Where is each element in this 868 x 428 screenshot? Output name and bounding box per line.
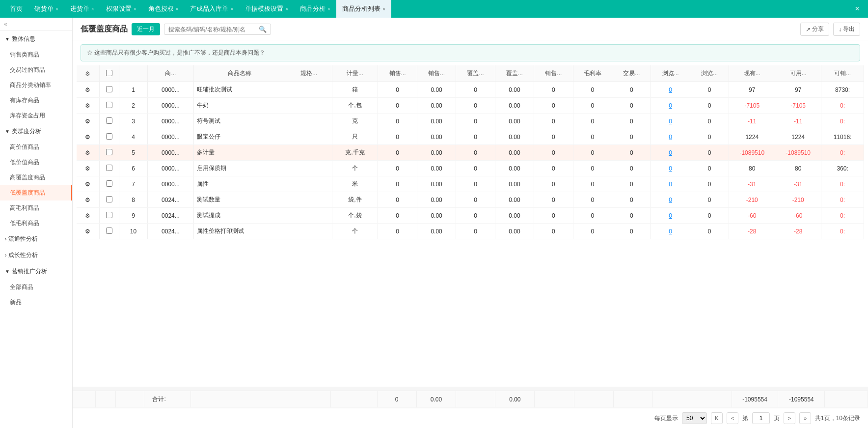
settings-icon[interactable]: ⚙ (85, 86, 90, 93)
close-icon[interactable]: × (91, 6, 94, 12)
row-browse-a[interactable]: 0 (651, 161, 690, 176)
row-select-checkbox[interactable] (106, 117, 112, 124)
sales-qty-column-header[interactable]: 销售... (378, 65, 417, 82)
close-icon[interactable]: × (327, 6, 330, 12)
row-browse-a[interactable]: 0 (651, 98, 690, 114)
settings-icon[interactable]: ⚙ (85, 165, 90, 172)
browse-a-column-header[interactable]: 浏览... (651, 65, 690, 82)
row-settings[interactable]: ⚙ (77, 145, 99, 161)
nav-product-stock[interactable]: 产成品入库单 × (184, 0, 239, 18)
row-select-checkbox[interactable] (106, 212, 112, 218)
row-settings[interactable]: ⚙ (77, 192, 99, 208)
search-icon[interactable]: 🔍 (259, 26, 267, 33)
row-checkbox[interactable] (99, 224, 119, 239)
filter-recent-month-button[interactable]: 近一月 (132, 23, 160, 35)
search-input[interactable] (168, 26, 257, 33)
export-button[interactable]: ↓ 导出 (833, 23, 860, 36)
row-checkbox[interactable] (99, 98, 119, 114)
nav-product-analysis-list[interactable]: 商品分析列表 × (336, 0, 391, 18)
page-number-input[interactable] (752, 412, 770, 424)
close-icon[interactable]: × (230, 6, 233, 12)
per-page-select[interactable]: 50 100 (682, 412, 707, 424)
row-select-checkbox[interactable] (106, 86, 112, 92)
sidebar-item-low-margin[interactable]: 低毛利商品 (0, 216, 72, 231)
sidebar-item-traded-goods[interactable]: 交易过的商品 (0, 62, 72, 78)
row-browse-a[interactable]: 0 (651, 176, 690, 192)
close-icon[interactable]: × (382, 6, 385, 12)
row-select-checkbox[interactable] (106, 196, 112, 202)
row-checkbox[interactable] (99, 208, 119, 224)
sidebar-item-low-coverage[interactable]: 低覆盖度商品 (0, 185, 72, 200)
sidebar-item-high-margin[interactable]: 高毛利商品 (0, 200, 72, 216)
row-checkbox[interactable] (99, 192, 119, 208)
sidebar-item-stock-capital[interactable]: 库存资金占用 (0, 108, 72, 123)
row-browse-a[interactable]: 0 (651, 224, 690, 239)
row-browse-a[interactable]: 0 (651, 192, 690, 208)
sales-amt-column-header[interactable]: 销售... (417, 65, 456, 82)
trade-count-column-header[interactable]: 交易... (612, 65, 651, 82)
sidebar-section-growth[interactable]: › 成长性分析 (0, 247, 72, 263)
sidebar-item-all-goods[interactable]: 全部商品 (0, 280, 72, 295)
row-checkbox[interactable] (99, 145, 119, 161)
gross-rate-column-header[interactable]: 毛利率 (573, 65, 612, 82)
row-settings[interactable]: ⚙ (77, 98, 99, 114)
row-settings[interactable]: ⚙ (77, 114, 99, 129)
sidebar-item-sales-goods[interactable]: 销售类商品 (0, 47, 72, 62)
row-checkbox[interactable] (99, 82, 119, 98)
row-settings[interactable]: ⚙ (77, 82, 99, 98)
table-container[interactable]: ⚙ 商... 商品名称 规格... 计量... 销售... 销售... 覆盖..… (73, 65, 868, 387)
row-select-checkbox[interactable] (106, 149, 112, 155)
row-browse-a[interactable]: 0 (651, 208, 690, 224)
last-page-button[interactable]: » (799, 412, 811, 424)
settings-icon[interactable]: ⚙ (85, 181, 90, 188)
row-checkbox[interactable] (99, 176, 119, 192)
row-browse-a[interactable]: 0 (651, 82, 690, 98)
next-page-button[interactable]: > (784, 412, 795, 424)
settings-icon[interactable]: ⚙ (85, 228, 90, 235)
close-icon[interactable]: × (55, 6, 58, 12)
row-select-checkbox[interactable] (106, 165, 112, 171)
horizontal-scrollbar[interactable] (73, 387, 868, 391)
code-column-header[interactable]: 商... (147, 65, 193, 82)
settings-icon[interactable]: ⚙ (85, 149, 90, 156)
sidebar-section-overall[interactable]: ▼ 整体信息 (0, 31, 72, 47)
row-checkbox[interactable] (99, 129, 119, 145)
nav-purchase-order[interactable]: 进货单 × (64, 0, 100, 18)
sidebar-item-high-coverage[interactable]: 高覆盖度商品 (0, 170, 72, 185)
row-browse-a[interactable]: 0 (651, 145, 690, 161)
row-settings[interactable]: ⚙ (77, 224, 99, 239)
settings-column-header[interactable]: ⚙ (77, 65, 99, 82)
row-checkbox[interactable] (99, 161, 119, 176)
sidebar-collapse-button[interactable]: « (4, 21, 7, 28)
nav-permission-settings[interactable]: 权限设置 × (100, 0, 142, 18)
sidebar-item-new-goods[interactable]: 新品 (0, 295, 72, 310)
saleable-column-header[interactable]: 可销... (821, 65, 864, 82)
available-column-header[interactable]: 可用... (775, 65, 821, 82)
row-settings[interactable]: ⚙ (77, 161, 99, 176)
close-icon[interactable]: × (134, 6, 136, 12)
row-checkbox[interactable] (99, 114, 119, 129)
name-column-header[interactable]: 商品名称 (193, 65, 286, 82)
close-all-button[interactable]: × (850, 2, 864, 16)
unit-column-header[interactable]: 计量... (332, 65, 378, 82)
row-settings[interactable]: ⚙ (77, 176, 99, 192)
close-icon[interactable]: × (285, 6, 288, 12)
row-select-checkbox[interactable] (106, 133, 112, 140)
current-stock-column-header[interactable]: 现有... (729, 65, 775, 82)
select-all-checkbox[interactable] (106, 70, 112, 76)
sidebar-section-marketing[interactable]: ▼ 营销推广分析 (0, 263, 72, 280)
row-select-checkbox[interactable] (106, 180, 112, 187)
sidebar-section-liquidity[interactable]: › 流通性分析 (0, 231, 72, 247)
checkbox-column-header[interactable] (99, 65, 119, 82)
row-settings[interactable]: ⚙ (77, 129, 99, 145)
nav-role-auth[interactable]: 角色授权 × (142, 0, 185, 18)
coverage-a-column-header[interactable]: 覆盖... (456, 65, 495, 82)
sidebar-section-cluster[interactable]: ▼ 类群度分析 (0, 123, 72, 140)
settings-icon[interactable]: ⚙ (85, 118, 90, 125)
sales-c-column-header[interactable]: 销售... (534, 65, 573, 82)
sidebar-item-in-stock[interactable]: 有库存商品 (0, 93, 72, 108)
nav-sales-order[interactable]: 销货单 × (28, 0, 64, 18)
close-icon[interactable]: × (176, 6, 179, 12)
sidebar-item-low-value[interactable]: 低价值商品 (0, 155, 72, 170)
nav-product-analysis[interactable]: 商品分析 × (294, 0, 336, 18)
